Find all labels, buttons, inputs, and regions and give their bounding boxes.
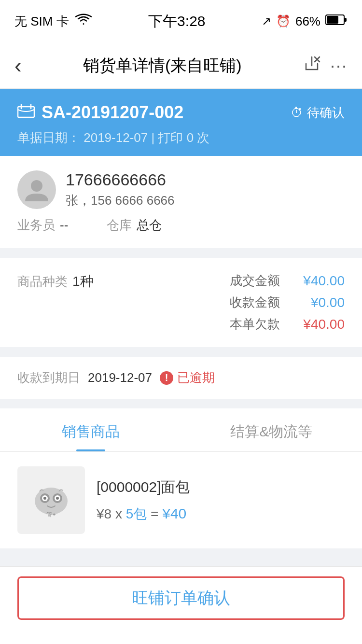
svg-rect-1 — [344, 18, 347, 22]
pay-amount-row: 收款金额 ¥0.00 — [230, 294, 345, 311]
product-name: [0000002]面包 — [97, 477, 345, 497]
deal-label: 成交金额 — [230, 272, 280, 289]
due-label: 收款到期日 — [17, 369, 80, 386]
order-status: ⏱ 待确认 — [291, 104, 345, 121]
equals-sign: = — [151, 506, 158, 521]
status-right: ↗ ⏰ 66% — [262, 14, 348, 29]
tab-sales-products[interactable]: 销售商品 — [0, 408, 181, 451]
deal-value: ¥40.00 — [287, 273, 345, 289]
status-time: 下午3:28 — [148, 12, 205, 31]
status-left: 无 SIM 卡 — [14, 13, 92, 30]
location-icon: ↗ — [262, 14, 271, 28]
product-image: 管+ — [17, 466, 85, 534]
no-sim-text: 无 SIM 卡 — [14, 13, 69, 30]
customer-info: 17666666666 张，156 6666 6666 — [66, 170, 345, 209]
avatar — [17, 170, 56, 209]
status-bar: 无 SIM 卡 下午3:28 ↗ ⏰ 66% — [0, 0, 362, 42]
pay-value: ¥0.00 — [287, 295, 345, 310]
sales-label: 业务员 — [17, 217, 55, 234]
more-icon[interactable]: ··· — [330, 56, 348, 76]
tab-settlement-logistics[interactable]: 结算&物流等 — [181, 408, 362, 451]
tabs: 销售商品 结算&物流等 — [0, 408, 362, 452]
svg-rect-2 — [327, 16, 338, 24]
battery-text: 66% — [295, 14, 320, 29]
share-icon[interactable] — [303, 55, 320, 76]
product-price: ¥8 x 5包 = ¥40 — [97, 505, 345, 523]
customer-phone: 17666666666 — [66, 170, 345, 189]
nav-bar: ‹ 销货单详情(来自旺铺) ··· — [0, 42, 362, 89]
product-total: ¥40 — [162, 505, 186, 521]
order-date: 单据日期： 2019-12-07 | 打印 0 次 — [17, 129, 345, 146]
sales-meta: 业务员 -- — [17, 217, 68, 234]
pay-label: 收款金额 — [230, 294, 280, 311]
svg-text:管+: 管+ — [46, 511, 56, 518]
product-details: [0000002]面包 ¥8 x 5包 = ¥40 — [97, 477, 345, 523]
product-type: 商品种类 1种 — [17, 272, 94, 291]
order-header: SA-20191207-002 ⏱ 待确认 单据日期： 2019-12-07 |… — [0, 89, 362, 156]
svg-point-12 — [56, 497, 59, 500]
alarm-icon: ⏰ — [276, 14, 291, 28]
customer-section: 17666666666 张，156 6666 6666 业务员 -- 仓库 总仓 — [0, 156, 362, 248]
svg-point-6 — [35, 488, 68, 515]
order-id: SA-20191207-002 — [17, 102, 183, 123]
order-icon — [17, 102, 35, 123]
battery-icon — [325, 14, 348, 29]
product-qty: 5包 — [126, 506, 147, 521]
times-sign: x — [115, 506, 122, 521]
product-type-value: 1种 — [72, 272, 94, 291]
clock-icon: ⏱ — [291, 105, 303, 120]
overdue-icon: ! — [160, 371, 173, 385]
owe-value: ¥40.00 — [287, 317, 345, 332]
due-date-value: 2019-12-07 — [88, 370, 152, 385]
back-button[interactable]: ‹ — [14, 54, 22, 78]
wifi-icon — [75, 14, 92, 29]
summary-section: 商品种类 1种 成交金额 ¥40.00 收款金额 ¥0.00 本单欠款 ¥40.… — [0, 258, 362, 347]
owe-amount-row: 本单欠款 ¥40.00 — [230, 316, 345, 333]
sales-value: -- — [60, 218, 68, 233]
bottom-bar: 旺铺订单确认 — [0, 566, 362, 644]
overdue-badge: ! 已逾期 — [160, 369, 215, 386]
svg-point-11 — [43, 497, 46, 500]
due-date-section: 收款到期日 2019-12-07 ! 已逾期 — [0, 357, 362, 399]
warehouse-label: 仓库 — [107, 217, 132, 234]
wangpu-confirm-button[interactable]: 旺铺订单确认 — [17, 576, 345, 620]
product-item: 管+ [0000002]面包 ¥8 x 5包 = ¥40 — [0, 452, 362, 548]
amount-summary: 成交金额 ¥40.00 收款金额 ¥0.00 本单欠款 ¥40.00 — [230, 272, 345, 333]
svg-point-5 — [31, 180, 42, 192]
warehouse-value: 总仓 — [137, 217, 162, 234]
warehouse-meta: 仓库 总仓 — [107, 217, 162, 234]
deal-amount-row: 成交金额 ¥40.00 — [230, 272, 345, 289]
owe-label: 本单欠款 — [230, 316, 280, 333]
price-value: ¥8 — [97, 506, 111, 521]
customer-name: 张，156 6666 6666 — [66, 192, 345, 209]
overdue-text: 已逾期 — [177, 369, 215, 386]
customer-meta: 业务员 -- 仓库 总仓 — [17, 217, 345, 234]
nav-actions: ··· — [303, 55, 348, 76]
page-title: 销货单详情(来自旺铺) — [83, 55, 242, 77]
product-type-label: 商品种类 — [17, 273, 68, 290]
